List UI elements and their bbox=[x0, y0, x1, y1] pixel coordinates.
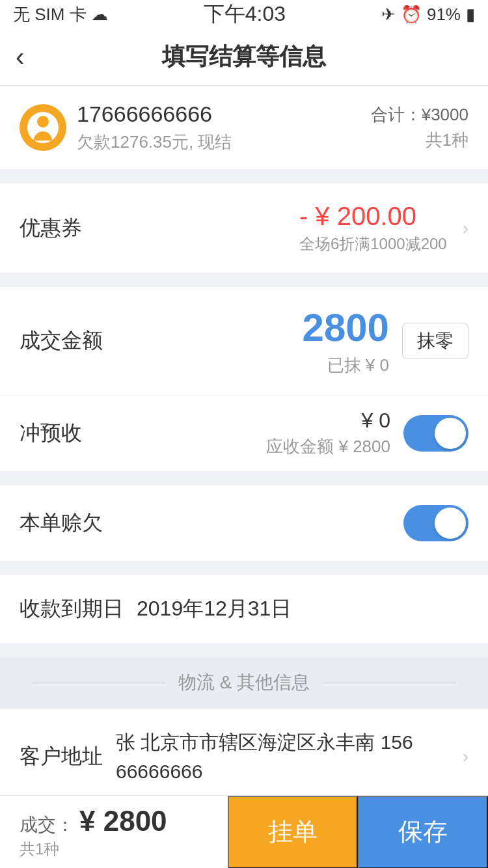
separator-2 bbox=[0, 274, 488, 287]
bottom-count: 共1种 bbox=[20, 839, 208, 860]
avatar-icon bbox=[27, 112, 59, 143]
due-date-row: 收款到期日 2019年12月31日 bbox=[0, 575, 488, 643]
deal-amount: ¥ 2800 bbox=[79, 805, 167, 837]
logistics-title: 物流 & 其他信息 bbox=[178, 670, 310, 695]
battery-text: 91% bbox=[427, 5, 461, 25]
location-icon: ✈ bbox=[381, 5, 396, 25]
status-left: 无 SIM 卡 ☁ bbox=[13, 3, 108, 26]
separator-5 bbox=[0, 644, 488, 657]
bottom-bar: 成交： ¥ 2800 共1种 挂单 保存 bbox=[0, 795, 488, 868]
debt-row: 本单赊欠 bbox=[0, 485, 488, 561]
amount-value: 2800 bbox=[303, 305, 389, 350]
toggle-thumb bbox=[435, 418, 466, 449]
pre-amount-sub: 应收金额 ¥ 2800 bbox=[266, 435, 390, 458]
pre-receive-toggle[interactable] bbox=[403, 415, 468, 452]
divider-right bbox=[323, 683, 455, 683]
debt-label: 本单赊欠 bbox=[20, 509, 103, 537]
page-title: 填写结算等信息 bbox=[162, 41, 326, 73]
avatar bbox=[20, 104, 66, 151]
back-button[interactable]: ‹ bbox=[16, 42, 24, 72]
customer-phone: 17666666666 bbox=[77, 102, 232, 127]
amount-sub: 已抹 ¥ 0 bbox=[303, 354, 389, 377]
due-date-section: 收款到期日 2019年12月31日 bbox=[0, 575, 488, 643]
pre-receive-label: 冲预收 bbox=[20, 419, 82, 448]
logistics-header: 物流 & 其他信息 bbox=[0, 657, 488, 708]
back-icon: ‹ bbox=[16, 42, 24, 72]
status-time: 下午4:03 bbox=[204, 0, 286, 29]
amount-row: 成交金额 2800 已抹 ¥ 0 抹零 bbox=[0, 287, 488, 396]
amount-label: 成交金额 bbox=[20, 327, 103, 355]
address-value: 张 北京市市辖区海淀区永丰南 156 66666666 bbox=[116, 727, 457, 786]
customer-card: 17666666666 欠款1276.35元, 现结 合计：¥3000 共1种 bbox=[0, 86, 488, 169]
pre-receive-amount: ¥ 0 应收金额 ¥ 2800 bbox=[266, 409, 390, 458]
amount-right: 2800 已抹 ¥ 0 抹零 bbox=[303, 305, 468, 377]
customer-info: 17666666666 欠款1276.35元, 现结 bbox=[77, 102, 232, 154]
debt-toggle-thumb bbox=[435, 508, 466, 539]
total-label: 合计：¥3000 bbox=[371, 103, 468, 126]
logistics-section: 物流 & 其他信息 bbox=[0, 657, 488, 708]
customer-left: 17666666666 欠款1276.35元, 现结 bbox=[20, 102, 232, 154]
pre-receive-row: 冲预收 ¥ 0 应收金额 ¥ 2800 bbox=[0, 396, 488, 471]
total-count: 共1种 bbox=[371, 129, 468, 152]
debt-toggle[interactable] bbox=[403, 505, 468, 541]
deal-label: 成交： bbox=[20, 813, 74, 837]
coupon-discount: - ¥ 200.00 bbox=[299, 202, 447, 231]
amount-section: 成交金额 2800 已抹 ¥ 0 抹零 冲预收 ¥ 0 应收金额 ¥ 2800 bbox=[0, 287, 488, 471]
coupon-label: 优惠券 bbox=[20, 214, 82, 243]
coupon-row[interactable]: 优惠券 - ¥ 200.00 全场6折满1000减200 › bbox=[0, 183, 488, 273]
debt-section: 本单赊欠 bbox=[0, 485, 488, 561]
pre-amount-main: ¥ 0 bbox=[266, 409, 390, 433]
address-row[interactable]: 客户地址 张 北京市市辖区海淀区永丰南 156 66666666 › bbox=[0, 709, 488, 804]
save-button[interactable]: 保存 bbox=[358, 796, 488, 869]
separator-1 bbox=[0, 170, 488, 183]
round-off-button[interactable]: 抹零 bbox=[402, 323, 468, 359]
address-label: 客户地址 bbox=[20, 742, 103, 771]
due-date-value: 2019年12月31日 bbox=[137, 595, 291, 623]
coupon-description: 全场6折满1000减200 bbox=[299, 234, 447, 254]
alarm-icon: ⏰ bbox=[401, 5, 422, 25]
bottom-summary: 成交： ¥ 2800 共1种 bbox=[0, 805, 228, 860]
chevron-right-icon: › bbox=[463, 218, 468, 239]
sim-label: 无 SIM 卡 ☁ bbox=[13, 3, 108, 26]
nav-bar: ‹ 填写结算等信息 bbox=[0, 29, 488, 86]
status-bar: 无 SIM 卡 ☁ 下午4:03 ✈ ⏰ 91% ▮ bbox=[0, 0, 488, 29]
content: 17666666666 欠款1276.35元, 现结 合计：¥3000 共1种 … bbox=[0, 86, 488, 868]
customer-debt-info: 欠款1276.35元, 现结 bbox=[77, 131, 232, 154]
coupon-right: - ¥ 200.00 全场6折满1000减200 › bbox=[299, 202, 468, 254]
due-date-label: 收款到期日 bbox=[20, 595, 124, 623]
address-section: 客户地址 张 北京市市辖区海淀区永丰南 156 66666666 › bbox=[0, 709, 488, 804]
coupon-section: 优惠券 - ¥ 200.00 全场6折满1000减200 › bbox=[0, 183, 488, 273]
battery-icon: ▮ bbox=[466, 5, 475, 25]
bottom-deal-row: 成交： ¥ 2800 bbox=[20, 805, 208, 837]
separator-3 bbox=[0, 472, 488, 485]
status-right: ✈ ⏰ 91% ▮ bbox=[381, 5, 475, 25]
pre-receive-right: ¥ 0 应收金额 ¥ 2800 bbox=[266, 409, 468, 458]
customer-right: 合计：¥3000 共1种 bbox=[371, 103, 468, 152]
divider-left bbox=[33, 683, 165, 683]
separator-4 bbox=[0, 562, 488, 575]
hold-button[interactable]: 挂单 bbox=[228, 796, 358, 869]
address-chevron-icon: › bbox=[463, 746, 468, 767]
